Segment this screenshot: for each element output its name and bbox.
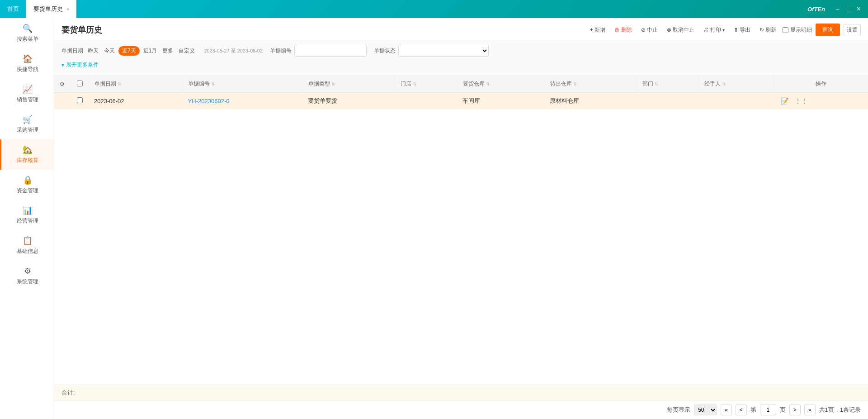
sidebar-item-quick-nav-label: 快捷导航 [17, 66, 38, 73]
settings-button[interactable]: 设置 [844, 24, 861, 36]
sidebar-item-sales-mgmt[interactable]: 📈 销售管理 [0, 79, 54, 109]
page-header: 要货单历史 + 新增 🗑 删除 ⊘ 中止 ⊗ 取消中止 [54, 18, 868, 40]
row-checkbox-1[interactable] [77, 97, 83, 103]
th-req-warehouse-label: 要货仓库 [463, 80, 485, 88]
sidebar-item-sys-mgmt-label: 系统管理 [17, 278, 38, 286]
export-button[interactable]: ⬆ 导出 [731, 24, 753, 36]
th-handler: 经手人 ⇅ [699, 76, 774, 93]
add-icon: + [590, 27, 593, 33]
stop-button[interactable]: ⊘ 中止 [638, 24, 660, 36]
add-button[interactable]: + 新增 [587, 24, 608, 36]
display-detail-checkbox[interactable] [783, 27, 788, 33]
main-layout: 🔍 搜索菜单 🏠 快捷导航 📈 销售管理 🛒 采购管理 🏡 库存核算 🔒 资金管… [0, 18, 868, 419]
doc-no-label: 单据编号 [270, 47, 292, 55]
th-doc-no-label: 单据编号 [188, 80, 210, 88]
print-button[interactable]: 🖨 打印 ▾ [701, 24, 727, 36]
th-store-sort-icon: ⇅ [413, 81, 416, 86]
page-size-select[interactable]: 20 50 100 200 [694, 405, 717, 415]
search-menu-icon: 🔍 [23, 24, 33, 33]
sidebar-item-quick-nav[interactable]: 🏠 快捷导航 [0, 48, 54, 79]
settings-label: 设置 [847, 26, 858, 34]
close-btn[interactable]: × [857, 5, 861, 13]
sidebar: 🔍 搜索菜单 🏠 快捷导航 📈 销售管理 🛒 采购管理 🏡 库存核算 🔒 资金管… [0, 18, 54, 419]
sidebar-item-sales-mgmt-label: 销售管理 [17, 96, 38, 104]
th-doc-date: 单据日期 ⇅ [89, 76, 183, 93]
query-button[interactable]: 查询 [816, 24, 840, 36]
row-more-btn[interactable]: ⋮⋮ [793, 96, 809, 105]
sidebar-item-basic-info[interactable]: 📋 基础信息 [0, 230, 54, 261]
sidebar-item-search-menu[interactable]: 🔍 搜索菜单 [0, 18, 54, 48]
date-btn-yesterday[interactable]: 昨天 [86, 46, 100, 56]
td-dept [637, 93, 699, 110]
date-btn-today[interactable]: 今天 [102, 46, 117, 56]
th-dept-label: 部门 [642, 80, 653, 88]
stop-icon: ⊘ [641, 27, 646, 33]
page-label: 第 [750, 406, 756, 414]
expand-more-label: 展开更多条件 [66, 61, 99, 69]
expand-more-btn[interactable]: ▾ 展开更多条件 [61, 59, 861, 71]
delete-button[interactable]: 🗑 删除 [612, 24, 635, 36]
tab-requisition-history[interactable]: 要货单历史 × [26, 0, 76, 18]
th-doc-no-sort-icon: ⇅ [211, 81, 215, 86]
first-page-btn[interactable]: « [721, 405, 732, 415]
column-settings-icon[interactable]: ⚙ [60, 81, 65, 87]
tab-home[interactable]: 首页 [0, 0, 26, 18]
expand-more-icon: ▾ [61, 62, 64, 68]
tab-home-label: 首页 [7, 5, 19, 13]
th-actions: 操作 [774, 76, 868, 93]
sidebar-item-finance-mgmt[interactable]: 🔒 资金管理 [0, 170, 54, 200]
th-store-label: 门店 [401, 80, 411, 88]
table-body: 2023-06-02 YH-20230602-0 要货单要货 车间库 [54, 93, 868, 110]
date-btn-1month[interactable]: 近1月 [142, 46, 159, 56]
th-doc-type: 单据类型 ⇅ [302, 76, 395, 93]
row-doc-no-link[interactable]: YH-20230602-0 [188, 98, 230, 105]
finance-mgmt-icon: 🔒 [23, 175, 33, 185]
display-detail-label: 显示明细 [790, 26, 812, 34]
date-btn-more[interactable]: 更多 [160, 46, 175, 56]
minimize-btn[interactable]: － [834, 5, 841, 14]
select-all-checkbox[interactable] [77, 81, 83, 86]
th-actions-label: 操作 [816, 81, 826, 87]
delete-icon: 🗑 [614, 27, 620, 33]
prev-page-btn[interactable]: < [736, 405, 747, 415]
display-detail-checkbox-label[interactable]: 显示明细 [783, 26, 812, 34]
inventory-icon: 🏡 [23, 145, 33, 155]
current-page-input[interactable] [760, 405, 776, 415]
row-req-warehouse: 车间库 [462, 97, 480, 104]
page-title: 要货单历史 [61, 24, 102, 35]
refresh-button[interactable]: ↻ 刷新 [757, 24, 779, 36]
last-page-btn[interactable]: » [804, 405, 816, 415]
cancel-stop-button[interactable]: ⊗ 取消中止 [664, 24, 697, 36]
th-checkbox [71, 76, 89, 93]
table-header-row: ⚙ 单据日期 ⇅ 单据编号 [54, 76, 868, 93]
export-icon: ⬆ [734, 27, 738, 33]
sidebar-item-ops-mgmt-label: 经营管理 [17, 217, 38, 225]
th-doc-date-sort-icon: ⇅ [118, 81, 121, 86]
top-bar: 首页 要货单历史 × OfTEn － □ × [0, 0, 868, 18]
th-store: 门店 ⇅ [395, 76, 458, 93]
doc-no-input[interactable] [294, 45, 367, 57]
td-doc-date: 2023-06-02 [89, 93, 183, 110]
th-pending-warehouse-label: 待出仓库 [550, 80, 572, 88]
date-btn-custom[interactable]: 自定义 [177, 46, 197, 56]
th-doc-type-label: 单据类型 [308, 80, 330, 88]
sidebar-item-inventory[interactable]: 🏡 库存核算 [0, 139, 54, 170]
total-info: 共1页，1条记录 [819, 406, 861, 414]
row-edit-btn[interactable]: 📝 [779, 96, 790, 105]
date-btn-7days[interactable]: 近7天 [118, 46, 140, 56]
td-req-warehouse: 车间库 [457, 93, 544, 110]
maximize-btn[interactable]: □ [847, 5, 851, 13]
doc-status-select[interactable] [398, 45, 489, 57]
next-page-btn[interactable]: > [789, 405, 801, 415]
filter-doc-date: 单据日期 昨天 今天 近7天 近1月 更多 自定义 [61, 46, 197, 56]
export-label: 导出 [740, 26, 750, 34]
td-row-checkbox [71, 93, 89, 110]
summary-label: 合计: [61, 389, 75, 396]
toolbar: + 新增 🗑 删除 ⊘ 中止 ⊗ 取消中止 🖨 打印 [587, 24, 861, 36]
sidebar-item-purchase-mgmt[interactable]: 🛒 采购管理 [0, 109, 54, 139]
tab-requisition-history-close[interactable]: × [66, 6, 69, 12]
sidebar-item-sys-mgmt[interactable]: ⚙ 系统管理 [0, 261, 54, 291]
td-row-actions: 📝 ⋮⋮ [774, 93, 868, 110]
sidebar-item-ops-mgmt[interactable]: 📊 经营管理 [0, 200, 54, 230]
sidebar-item-finance-mgmt-label: 资金管理 [17, 187, 38, 195]
